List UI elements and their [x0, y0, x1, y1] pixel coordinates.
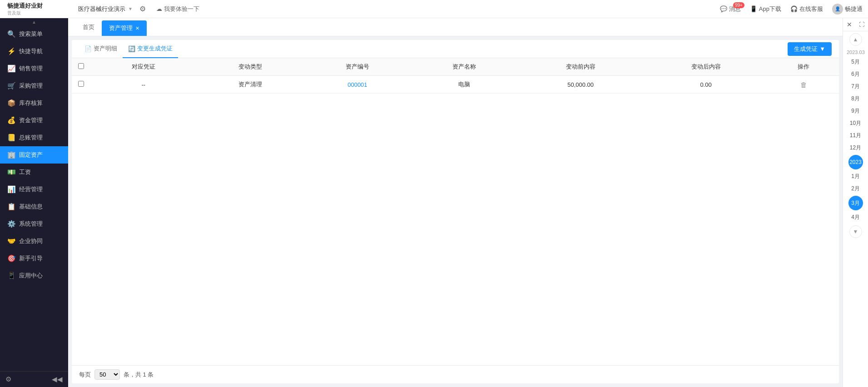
sidebar-item-basicinfo[interactable]: 📋基础信息 [0, 198, 68, 215]
sidebar-item-cooperation[interactable]: 🤝企业协同 [0, 233, 68, 250]
table-header-checkbox [72, 58, 90, 76]
main-layout: ▲ 🔍搜索菜单⚡快捷导航📈销售管理🛒采购管理📦库存核算💰资金管理📒总账管理🏢固定… [0, 18, 868, 387]
sub-tab-bar: 📄 资产明细 🔄 变更生成凭证 生成凭证 ▼ [72, 40, 839, 58]
month-item-8月[interactable]: 8月 [843, 93, 868, 105]
sidebar-label-ledger: 总账管理 [19, 134, 43, 142]
month-item-12月[interactable]: 12月 [843, 142, 868, 154]
month-item-11月[interactable]: 11月 [843, 129, 868, 142]
guide-icon: 🎯 [7, 254, 15, 263]
sidebar-item-salary[interactable]: 💵工资 [0, 164, 68, 181]
username-label: 畅捷通 [845, 5, 863, 13]
month-item-1月[interactable]: 1月 [843, 170, 868, 183]
logo-sub: 普及版 [7, 10, 21, 16]
delete-icon-0[interactable]: 🗑 [800, 81, 807, 89]
sidebar-label-salary: 工资 [19, 168, 31, 176]
sidebar-label-inventory: 库存核算 [19, 99, 43, 107]
quicknav-icon: ⚡ [7, 47, 15, 55]
sidebar-label-appcenter: 应用中心 [19, 272, 43, 280]
appcenter-icon: 📱 [7, 272, 15, 280]
generate-voucher-button[interactable]: 生成凭证 ▼ [788, 42, 832, 56]
user-action[interactable]: 👤 畅捷通 [832, 4, 863, 15]
sub-tab-asset-detail[interactable]: 📄 资产明细 [79, 40, 123, 58]
sidebar-collapse-icon[interactable]: ◀◀ [52, 375, 63, 383]
top-header: 畅捷通好业财 普及版 医疗器械行业演示 ▼ ⚙ ☁ 我要体验一下 💬 消息 99… [0, 0, 868, 18]
messages-badge: 99+ [733, 2, 744, 8]
online-service-label: 在线客服 [799, 5, 823, 13]
company-selector[interactable]: 医疗器械行业演示 ▼ [78, 5, 133, 13]
tab-asset-mgmt[interactable]: 资产管理 ✕ [102, 20, 147, 36]
fixedassets-icon: 🏢 [7, 151, 15, 159]
sidebar-item-quicknav[interactable]: ⚡快捷导航 [0, 43, 68, 60]
online-service-action[interactable]: 🎧 在线客服 [790, 5, 823, 13]
page-content: 📄 资产明细 🔄 变更生成凭证 生成凭证 ▼ [72, 40, 839, 383]
month-item-9月[interactable]: 9月 [843, 105, 868, 117]
right-panel: ✕ ⛶ ▲ 2023.03 5月6月7月8月9月10月11月12月 2023 1… [843, 18, 868, 387]
sidebar-label-search: 搜索菜单 [19, 30, 43, 38]
scroll-up-arrow[interactable]: ▲ [849, 33, 862, 46]
sidebar-item-fixedassets[interactable]: 🏢固定资产 [0, 146, 68, 164]
sidebar-item-search[interactable]: 🔍搜索菜单 [0, 25, 68, 43]
right-panel-expand[interactable]: ⛶ [859, 21, 864, 28]
sidebar-label-sales: 销售管理 [19, 64, 43, 73]
salary-icon: 💵 [7, 168, 15, 176]
tab-home[interactable]: 首页 [75, 20, 102, 36]
month-item-2月[interactable]: 2月 [843, 183, 868, 195]
messages-action[interactable]: 💬 消息 99+ [720, 5, 741, 13]
sidebar-item-inventory[interactable]: 📦库存核算 [0, 94, 68, 112]
table-row: -- 资产清理 000001 电脑 50,000.00 0.00 🗑 [72, 76, 839, 94]
table-footer: 每页 102050100 条，共 1 条 [72, 365, 839, 383]
phone-icon: 📱 [750, 5, 757, 12]
sidebar-item-sales[interactable]: 📈销售管理 [0, 60, 68, 77]
year-marker-2023[interactable]: 2023 [848, 155, 863, 169]
month-item-6月[interactable]: 6月 [843, 68, 868, 80]
message-icon: 💬 [720, 5, 727, 12]
sidebar-label-quicknav: 快捷导航 [19, 47, 43, 55]
basicinfo-icon: 📋 [7, 203, 15, 211]
app-download-action[interactable]: 📱 App下载 [750, 5, 781, 13]
cell-before-0: 50,000.00 [518, 76, 643, 94]
experience-button[interactable]: ☁ 我要体验一下 [156, 5, 199, 13]
sidebar-item-guide[interactable]: 🎯新手引导 [0, 250, 68, 267]
month-item-5月[interactable]: 5月 [843, 56, 868, 68]
search-icon: 🔍 [7, 30, 15, 38]
chevron-down-icon: ▼ [128, 6, 133, 11]
content-area: 首页 资产管理 ✕ 📄 资产明细 🔄 变更生成凭证 生成凭证 [68, 18, 843, 387]
month-item-3月[interactable]: 3月 [848, 196, 863, 210]
month-item-7月[interactable]: 7月 [843, 80, 868, 93]
scroll-down-arrow[interactable]: ▼ [849, 225, 862, 238]
sidebar-item-ledger[interactable]: 📒总账管理 [0, 129, 68, 146]
total-label: 条，共 1 条 [124, 371, 154, 379]
sidebar-gear-icon[interactable]: ⚙ [5, 375, 11, 383]
sales-icon: 📈 [7, 64, 15, 73]
app-download-label: App下载 [759, 5, 781, 13]
row-select-0[interactable] [78, 81, 84, 87]
sidebar-label-system: 系统管理 [19, 220, 43, 228]
sub-tab-change-voucher[interactable]: 🔄 变更生成凭证 [123, 40, 178, 58]
generate-voucher-label: 生成凭证 [794, 45, 818, 53]
per-page-select[interactable]: 102050100 [94, 369, 120, 380]
headset-icon: 🎧 [790, 5, 798, 12]
months-before: 5月6月7月8月9月10月11月12月 [843, 56, 868, 154]
col-action: 操作 [769, 58, 839, 76]
right-panel-close[interactable]: ✕ [847, 21, 852, 28]
select-all-checkbox[interactable] [78, 63, 84, 69]
cell-change-type-0: 资产清理 [197, 76, 304, 94]
sidebar-item-system[interactable]: ⚙️系统管理 [0, 215, 68, 233]
sidebar-nav: 🔍搜索菜单⚡快捷导航📈销售管理🛒采购管理📦库存核算💰资金管理📒总账管理🏢固定资产… [0, 25, 68, 371]
year-label: 2023.03 [843, 48, 868, 56]
sidebar-label-cooperation: 企业协同 [19, 237, 43, 245]
sidebar-item-purchase[interactable]: 🛒采购管理 [0, 77, 68, 94]
tab-asset-mgmt-close[interactable]: ✕ [135, 25, 139, 31]
sidebar-item-appcenter[interactable]: 📱应用中心 [0, 267, 68, 284]
finance-icon: 💰 [7, 116, 15, 124]
sidebar-scroll-up[interactable]: ▲ [0, 18, 68, 25]
sidebar-label-fixedassets: 固定资产 [19, 151, 43, 159]
logo-text: 畅捷通好业财 [7, 2, 43, 10]
month-item-10月[interactable]: 10月 [843, 117, 868, 129]
settings-icon[interactable]: ⚙ [136, 3, 149, 15]
month-item-4月[interactable]: 4月 [843, 211, 868, 223]
sidebar-label-purchase: 采购管理 [19, 82, 43, 90]
cell-after-0: 0.00 [643, 76, 769, 94]
sidebar-item-finance[interactable]: 💰资金管理 [0, 112, 68, 129]
sidebar-item-operations[interactable]: 📊经营管理 [0, 181, 68, 198]
